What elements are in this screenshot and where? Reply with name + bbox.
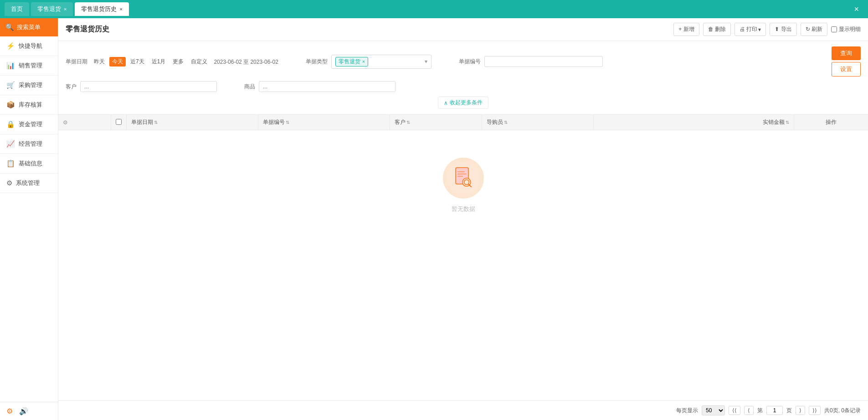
th-gear[interactable]: ⚙: [58, 115, 111, 130]
show-detail-input[interactable]: [831, 26, 837, 32]
filter-row-2: 客户 商品: [66, 81, 861, 92]
date-shortcuts: 昨天 今天 近7天 近1月 更多 自定义: [91, 57, 210, 67]
content-area: 零售退货历史 + 新增 🗑 删除 🖨 打印 ▾ ⬆ 导出 ↻ 刷新: [58, 18, 868, 420]
collapse-icon: ∧: [444, 100, 448, 106]
page-header: 零售退货历史 + 新增 🗑 删除 🖨 打印 ▾ ⬆ 导出 ↻ 刷新: [58, 18, 868, 41]
per-page-select[interactable]: 50 10 20 100: [702, 405, 725, 415]
svg-rect-4: [457, 176, 463, 177]
empty-state: 暂无数据: [58, 130, 868, 241]
system-icon: ⚙: [6, 179, 12, 187]
empty-icon: [443, 158, 484, 199]
show-detail-checkbox[interactable]: 显示明细: [831, 26, 861, 33]
shortcut-custom[interactable]: 自定义: [188, 57, 210, 67]
shortcut-7days[interactable]: 近7天: [128, 57, 147, 67]
page-actions: + 新增 🗑 删除 🖨 打印 ▾ ⬆ 导出 ↻ 刷新 显示明细: [673, 23, 861, 36]
sales-icon: 📊: [6, 61, 15, 70]
type-select-arrow: ▾: [425, 58, 427, 65]
th-amount[interactable]: 实销金额 ⇅: [594, 115, 794, 130]
page-number-input[interactable]: [766, 406, 783, 415]
page-summary: 共0页, 0条记录: [824, 407, 861, 415]
export-button[interactable]: ⬆ 导出: [770, 23, 796, 36]
shortcut-yesterday[interactable]: 昨天: [91, 57, 108, 67]
last-page-btn[interactable]: ⟩⟩: [809, 406, 821, 415]
date-filter-group: 单据日期 昨天 今天 近7天 近1月 更多 自定义 2023-06-02 至 2…: [66, 57, 278, 67]
sidebar: 🔍 搜索菜单 ⚡ 快捷导航 📊 销售管理 🛒 采购管理 📦 库存核算 🔒 资金管…: [0, 18, 58, 420]
th-guide[interactable]: 导购员 ⇅: [482, 115, 593, 130]
date-range-text: 2023-06-02 至 2023-06-02: [214, 58, 278, 66]
settings-icon[interactable]: ⚙: [6, 407, 13, 415]
filter-row-1: 单据日期 昨天 今天 近7天 近1月 更多 自定义 2023-06-02 至 2…: [66, 46, 861, 77]
sidebar-item-basic-info[interactable]: 📋 基础信息: [0, 154, 58, 174]
delete-button[interactable]: 🗑 删除: [703, 23, 731, 36]
type-label: 单据类型: [306, 58, 328, 66]
empty-text: 暂无数据: [452, 205, 475, 213]
next-page-btn[interactable]: ⟩: [796, 406, 805, 415]
tab-retail-return-history[interactable]: 零售退货历史 ×: [75, 2, 128, 16]
new-button[interactable]: + 新增: [673, 23, 699, 36]
sidebar-item-sales[interactable]: 📊 销售管理: [0, 56, 58, 76]
query-settings-group: 查询 设置: [832, 46, 861, 77]
print-button[interactable]: 🖨 打印 ▾: [734, 23, 766, 36]
tab-retail-return[interactable]: 零售退货 ×: [31, 2, 73, 16]
refresh-button[interactable]: ↻ 刷新: [801, 23, 827, 36]
close-all-tabs[interactable]: ×: [849, 5, 863, 14]
data-table: ⚙ 单据日期 ⇅ 单据编号: [58, 115, 868, 241]
type-tag-close[interactable]: ×: [362, 59, 365, 64]
customer-filter-group: 客户: [66, 81, 217, 92]
number-sort-icon: ⇅: [286, 120, 289, 125]
finance-icon: 🔒: [6, 120, 15, 128]
amount-sort-icon: ⇅: [786, 120, 789, 125]
page-title: 零售退货历史: [66, 25, 109, 34]
tab-home[interactable]: 首页: [5, 2, 29, 16]
first-page-btn[interactable]: ⟨⟨: [729, 406, 740, 415]
prev-page-btn[interactable]: ⟨: [744, 406, 754, 415]
sound-icon[interactable]: 🔊: [19, 407, 28, 415]
customer-sort-icon: ⇅: [406, 120, 410, 125]
number-filter-group: 单据编号: [459, 56, 603, 67]
th-date[interactable]: 单据日期 ⇅: [126, 115, 258, 130]
sidebar-item-finance[interactable]: 🔒 资金管理: [0, 115, 58, 134]
inventory-icon: 📦: [6, 101, 15, 109]
sidebar-item-quick-nav[interactable]: ⚡ 快捷导航: [0, 36, 58, 56]
number-input[interactable]: [484, 56, 603, 67]
operations-icon: 📈: [6, 140, 15, 148]
shortcut-1month[interactable]: 近1月: [149, 57, 169, 67]
select-all-checkbox[interactable]: [116, 119, 122, 125]
pagination-bar: 每页显示 50 10 20 100 ⟨⟨ ⟨ 第 页 ⟩ ⟩⟩ 共0页, 0条记…: [58, 400, 868, 420]
number-label: 单据编号: [459, 58, 481, 66]
query-button[interactable]: 查询: [832, 46, 861, 60]
goods-label: 商品: [244, 83, 255, 91]
type-filter-group: 单据类型 零售退货 × ▾: [306, 55, 431, 69]
date-label: 单据日期: [66, 58, 87, 66]
tab-bar: 首页 零售退货 × 零售退货历史 × ×: [0, 0, 868, 18]
close-tab-retail-return[interactable]: ×: [64, 6, 67, 12]
print-dropdown-icon[interactable]: ▾: [758, 26, 761, 33]
search-icon: 🔍: [5, 23, 14, 31]
date-sort-icon: ⇅: [154, 120, 158, 125]
quick-nav-icon: ⚡: [6, 42, 15, 50]
shortcut-more[interactable]: 更多: [170, 57, 186, 67]
sidebar-item-system[interactable]: ⚙ 系统管理: [0, 174, 58, 193]
settings-button[interactable]: 设置: [832, 62, 861, 77]
sidebar-search[interactable]: 🔍 搜索菜单: [0, 18, 58, 36]
sidebar-item-inventory[interactable]: 📦 库存核算: [0, 95, 58, 115]
sidebar-item-purchase[interactable]: 🛒 采购管理: [0, 76, 58, 95]
per-page-label: 每页显示: [676, 407, 698, 415]
th-checkbox[interactable]: [111, 115, 126, 130]
shortcut-today[interactable]: 今天: [109, 57, 126, 67]
type-tag: 零售退货 ×: [335, 57, 368, 67]
collapse-btn[interactable]: ∧ 收起更多条件: [438, 97, 488, 109]
close-tab-history[interactable]: ×: [119, 6, 122, 12]
page-suffix: 页: [786, 407, 792, 415]
customer-input[interactable]: [80, 81, 217, 92]
guide-sort-icon: ⇅: [504, 120, 508, 125]
th-number[interactable]: 单据编号 ⇅: [258, 115, 390, 130]
basic-info-icon: 📋: [6, 159, 15, 168]
sidebar-item-operations[interactable]: 📈 经营管理: [0, 134, 58, 154]
purchase-icon: 🛒: [6, 81, 15, 89]
svg-rect-2: [457, 171, 465, 172]
th-customer[interactable]: 客户 ⇅: [390, 115, 482, 130]
filter-area: 单据日期 昨天 今天 近7天 近1月 更多 自定义 2023-06-02 至 2…: [58, 41, 868, 115]
goods-input[interactable]: [259, 81, 395, 92]
type-select[interactable]: 零售退货 × ▾: [331, 55, 431, 69]
